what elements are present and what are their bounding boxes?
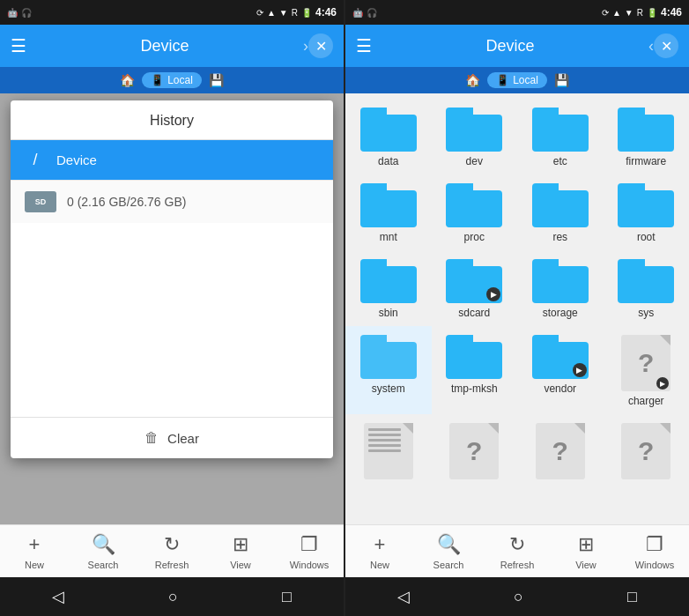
folder-icon-dev [446,108,502,152]
search-icon-left: 🔍 [92,533,115,556]
file-item-storage[interactable]: storage [517,250,604,326]
sd-icon-left: 💾 [209,73,224,87]
search-label-right: Search [433,560,464,570]
close-button-left[interactable]: ✕ [308,33,333,58]
refresh-icon-right: ↻ [509,533,525,556]
folder-icon-system [360,335,417,379]
history-item-device[interactable]: / Device [11,140,333,180]
file-grid: data dev etc firmware mnt proc [345,93,689,495]
local-icon-right: 📱 [496,74,509,86]
file-item-data[interactable]: data [345,99,432,174]
history-card: History / Device SD 0 (2.16 GB/26.76 GB)… [11,100,333,458]
local-icon-left: 📱 [151,74,164,86]
signal-icon: ▲ [267,8,276,18]
file-label-sbin: sbin [379,307,398,319]
folder-icon-firmware [618,108,674,152]
new-button-right[interactable]: + New [345,528,414,575]
rotation-icon: ⟳ [256,8,263,18]
file-item-unknown1[interactable]: ? [432,414,518,490]
back-button-left[interactable]: ◁ [34,580,82,613]
file-item-firmware[interactable]: firmware [604,99,690,174]
new-button-left[interactable]: + New [0,528,69,575]
refresh-button-right[interactable]: ↻ Refresh [483,528,552,575]
nav-title-left: Device [26,37,303,56]
file-label-proc: proc [464,231,485,243]
file-item-doc1[interactable] [345,414,432,490]
home-button-right[interactable]: ○ [496,581,541,613]
status-icons-right-left: 🤖 🎧 [352,8,377,18]
file-item-dev[interactable]: dev [432,99,518,174]
file-item-proc[interactable]: proc [432,174,518,250]
home-button-left[interactable]: ○ [151,581,196,613]
file-item-unknown2[interactable]: ? [517,414,604,490]
file-item-vendor[interactable]: ▶ vendor [517,326,604,414]
history-device-label: Device [56,152,97,167]
file-item-unknown3[interactable]: ? [604,414,690,490]
windows-button-left[interactable]: ❐ Windows [275,528,344,575]
wifi-icon: ▼ [279,8,288,18]
battery-icon: 🔋 [301,8,312,18]
nav-title-right: Device [372,37,648,56]
status-icons-right-right: ⟳ ▲ ▼ R 🔋 4:46 [602,6,682,19]
refresh-button-left[interactable]: ↻ Refresh [137,528,206,575]
file-item-sys[interactable]: sys [604,250,690,326]
file-item-tmp-mksh[interactable]: tmp-mksh [432,326,518,414]
back-button-right[interactable]: ◁ [380,580,427,613]
history-clear-button[interactable]: 🗑 Clear [11,417,333,458]
question-mark-3: ? [638,436,654,466]
folder-icon-sbin [360,259,417,303]
hamburger-icon-right[interactable]: ☰ [356,35,372,56]
location-pill-left[interactable]: 📱 Local [142,72,202,88]
view-icon-left: ⊞ [233,533,248,556]
unknown-icon-charger: ? ▶ [621,335,670,391]
content-area-left: sbin sdcard storage sys History / [0,93,344,524]
doc-line [368,434,401,436]
windows-icon-left: ❐ [300,533,318,556]
windows-button-right[interactable]: ❐ Windows [620,528,689,575]
file-label-dev: dev [466,155,483,167]
bottom-toolbar-left: + New 🔍 Search ↻ Refresh ⊞ View ❐ Window… [0,524,344,577]
android-icon-right: 🤖 [352,8,363,18]
location-bar-left: 🏠 📱 Local 💾 [0,67,344,93]
folder-icon-vendor: ▶ [532,335,589,379]
nav-bar-left: ☰ Device › ✕ [0,25,344,67]
windows-label-right: Windows [635,560,675,570]
recents-button-left[interactable]: □ [264,581,309,613]
search-button-left[interactable]: 🔍 Search [69,528,137,575]
file-item-mnt[interactable]: mnt [345,174,432,250]
file-label-root: root [637,231,656,243]
folder-icon-etc [532,108,589,152]
history-item-sdcard[interactable]: SD 0 (2.16 GB/26.76 GB) [11,180,333,223]
file-item-root[interactable]: root [604,174,690,250]
file-item-sdcard[interactable]: ▶ sdcard [432,250,518,326]
file-item-sbin[interactable]: sbin [345,250,432,326]
view-button-left[interactable]: ⊞ View [206,528,275,575]
status-icons-right: ⟳ ▲ ▼ R 🔋 4:46 [256,6,337,19]
sd-icon-right: 💾 [554,73,569,87]
folder-icon-res [532,183,589,227]
view-button-right[interactable]: ⊞ View [552,528,620,575]
file-label-firmware: firmware [626,155,666,167]
location-pill-right[interactable]: 📱 Local [487,72,547,88]
search-button-right[interactable]: 🔍 Search [414,528,483,575]
refresh-label-left: Refresh [155,560,189,570]
file-item-system[interactable]: system [345,326,432,414]
file-item-res[interactable]: res [517,174,604,250]
file-label-charger: charger [628,395,664,407]
status-time-left: 4:46 [315,6,337,19]
home-icon-left[interactable]: 🏠 [120,73,135,87]
close-button-right[interactable]: ✕ [654,33,678,58]
history-overlay: History / Device SD 0 (2.16 GB/26.76 GB)… [0,93,344,524]
recents-button-right[interactable]: □ [610,581,655,613]
left-panel: 🤖 🎧 ⟳ ▲ ▼ R 🔋 4:46 ☰ Device › ✕ 🏠 📱 Loca… [0,0,344,616]
file-item-etc[interactable]: etc [517,99,604,174]
question-mark-charger: ? [638,348,654,378]
new-label-right: New [370,560,389,570]
file-label-data: data [378,155,398,167]
status-time-right: 4:46 [661,6,682,19]
file-item-charger[interactable]: ? ▶ charger [604,326,690,414]
hamburger-icon-left[interactable]: ☰ [11,35,26,56]
android-icon: 🤖 [7,8,18,18]
search-label-left: Search [88,560,119,570]
home-icon-right[interactable]: 🏠 [465,73,480,87]
